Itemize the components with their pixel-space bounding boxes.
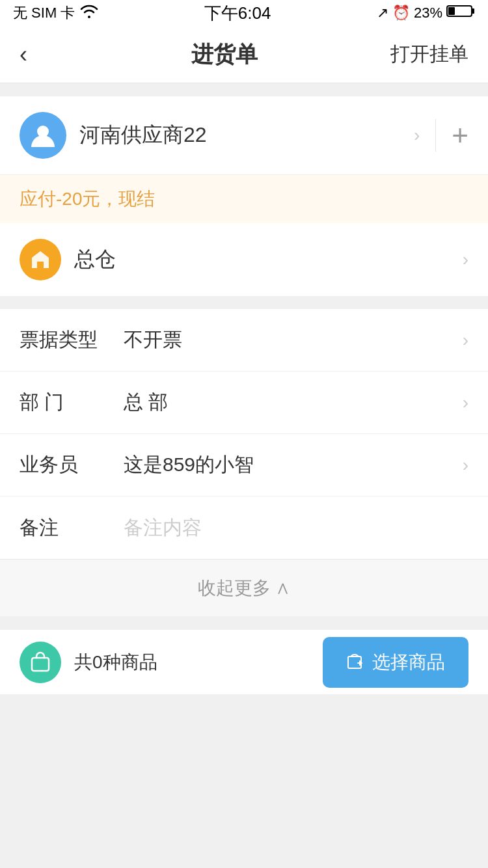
notice-banner: 应付-20元，现结 — [0, 175, 488, 223]
top-divider — [0, 83, 488, 96]
supplier-chevron-icon: › — [414, 125, 420, 146]
supplier-section: 河南供应商22 › + 应付-20元，现结 总仓 › — [0, 96, 488, 296]
status-right: ↗ ⏰ 23% — [377, 4, 475, 22]
collapse-row[interactable]: 收起更多 ∧ — [0, 559, 488, 616]
battery-text: 23% — [414, 5, 442, 21]
warehouse-name: 总仓 — [74, 245, 463, 274]
salesperson-row[interactable]: 业务员 这是859的小智 › — [0, 434, 488, 496]
back-button[interactable]: ‹ — [20, 41, 59, 68]
vertical-divider — [435, 119, 436, 152]
supplier-avatar — [20, 112, 66, 159]
warehouse-icon — [20, 239, 61, 280]
alarm-icon: ⏰ — [392, 5, 410, 21]
collapse-text[interactable]: 收起更多 ∧ — [198, 576, 291, 601]
battery-icon — [446, 4, 475, 22]
supplier-name: 河南供应商22 — [79, 121, 414, 150]
bottom-bar: 共0种商品 选择商品 — [0, 629, 488, 694]
status-left: 无 SIM 卡 — [13, 3, 98, 23]
page-title: 进货单 — [191, 40, 258, 70]
svg-rect-5 — [32, 658, 49, 671]
open-pending-button[interactable]: 打开挂单 — [390, 41, 468, 68]
location-icon: ↗ — [377, 5, 388, 21]
salesperson-value: 这是859的小智 — [111, 452, 463, 478]
footer-gray — [0, 694, 488, 868]
notice-text: 应付-20元，现结 — [20, 189, 155, 209]
remark-label: 备注 — [20, 515, 111, 541]
wifi-icon — [80, 4, 98, 22]
warehouse-chevron-icon: › — [463, 249, 468, 270]
department-label: 部 门 — [20, 389, 111, 416]
department-row[interactable]: 部 门 总 部 › — [0, 372, 488, 434]
nav-bar: ‹ 进货单 打开挂单 — [0, 26, 488, 83]
invoice-type-label: 票据类型 — [20, 327, 111, 353]
goods-icon — [20, 642, 61, 683]
status-bar: 无 SIM 卡 下午6:04 ↗ ⏰ 23% — [0, 0, 488, 26]
add-supplier-button[interactable]: + — [452, 121, 468, 150]
invoice-type-value: 不开票 — [111, 327, 463, 353]
warehouse-row[interactable]: 总仓 › — [0, 223, 488, 296]
goods-count: 共0种商品 — [74, 650, 323, 675]
supplier-row[interactable]: 河南供应商22 › + — [0, 96, 488, 175]
select-goods-button[interactable]: 选择商品 — [323, 637, 468, 688]
status-time: 下午6:04 — [204, 2, 271, 25]
no-sim-text: 无 SIM 卡 — [13, 3, 75, 23]
form-section: 票据类型 不开票 › 部 门 总 部 › 业务员 这是859的小智 › 备注 备… — [0, 309, 488, 559]
invoice-type-chevron-icon: › — [463, 330, 468, 351]
invoice-type-row[interactable]: 票据类型 不开票 › — [0, 309, 488, 372]
department-chevron-icon: › — [463, 392, 468, 413]
svg-rect-1 — [472, 8, 474, 14]
remark-value[interactable]: 备注内容 — [111, 515, 468, 541]
svg-rect-2 — [448, 7, 455, 15]
select-goods-label: 选择商品 — [372, 650, 445, 675]
svg-rect-4 — [37, 262, 44, 268]
remark-row[interactable]: 备注 备注内容 — [0, 496, 488, 559]
salesperson-label: 业务员 — [20, 452, 111, 478]
salesperson-chevron-icon: › — [463, 455, 468, 476]
department-value: 总 部 — [111, 389, 463, 416]
